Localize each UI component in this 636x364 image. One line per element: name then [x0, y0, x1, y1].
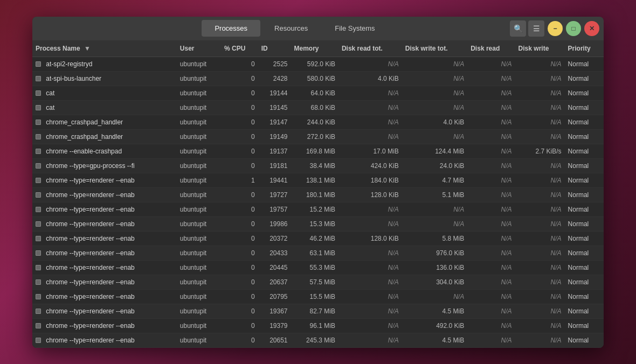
right-controls: 🔍 ☰ − □ ✕: [510, 20, 599, 37]
cell-priority: Normal: [565, 71, 604, 86]
cell-cpu: 0: [221, 275, 258, 289]
cell-disk-read: N/A: [467, 86, 515, 100]
col-priority[interactable]: Priority: [565, 40, 604, 57]
close-button[interactable]: ✕: [584, 21, 599, 36]
cell-disk-write: N/A: [515, 333, 565, 347]
cell-process-name: chrome --type=renderer --enab: [32, 318, 177, 333]
search-button[interactable]: 🔍: [510, 20, 526, 37]
menu-button[interactable]: ☰: [528, 20, 544, 37]
cell-id: 2525: [258, 57, 291, 71]
process-icon: [36, 61, 41, 67]
cell-user: ubuntupit: [177, 275, 221, 289]
cell-id: 19137: [258, 144, 291, 158]
table-row[interactable]: chrome --type=renderer --enab ubuntupit …: [32, 260, 604, 275]
table-row[interactable]: at-spi2-registryd ubuntupit 0 2525 592.0…: [32, 57, 604, 71]
cell-user: ubuntupit: [177, 231, 221, 246]
tab-file-systems[interactable]: File Systems: [322, 20, 388, 37]
cell-user: ubuntupit: [177, 202, 221, 216]
cell-user: ubuntupit: [177, 246, 221, 260]
cell-id: 20795: [258, 289, 291, 304]
cell-disk-read: N/A: [467, 304, 515, 318]
table-row[interactable]: chrome --type=renderer --enab ubuntupit …: [32, 246, 604, 260]
cell-process-name: chrome --type=renderer --enab: [32, 173, 177, 187]
cell-id: 19144: [258, 86, 291, 100]
table-row[interactable]: chrome --type=renderer --enab ubuntupit …: [32, 333, 604, 347]
process-table-container[interactable]: Process Name ▼ User % CPU ID Memory Disk…: [32, 40, 604, 348]
table-row[interactable]: chrome --type=gpu-process --fi ubuntupit…: [32, 158, 604, 173]
cell-user: ubuntupit: [177, 304, 221, 318]
col-memory[interactable]: Memory: [291, 40, 338, 57]
col-disk-read-tot[interactable]: Disk read tot.: [338, 40, 402, 57]
table-row[interactable]: chrome --enable-crashpad ubuntupit 0 191…: [32, 144, 604, 158]
cell-user: ubuntupit: [177, 260, 221, 275]
cell-priority: Normal: [565, 202, 604, 216]
cell-id: 19727: [258, 187, 291, 202]
cell-disk-read-tot: N/A: [338, 115, 402, 129]
cell-user: ubuntupit: [177, 129, 221, 144]
process-icon: [36, 105, 41, 110]
cell-disk-read: N/A: [467, 246, 515, 260]
cell-priority: Normal: [565, 275, 604, 289]
table-row[interactable]: chrome --type=renderer --enab ubuntupit …: [32, 216, 604, 231]
cell-process-name: chrome_crashpad_handler: [32, 115, 177, 129]
col-disk-write-tot[interactable]: Disk write tot.: [402, 40, 467, 57]
cell-disk-read: N/A: [467, 275, 515, 289]
table-row[interactable]: chrome --type=renderer --enab ubuntupit …: [32, 289, 604, 304]
titlebar: Processes Resources File Systems 🔍 ☰ − □…: [32, 17, 604, 40]
cell-id: 19147: [258, 115, 291, 129]
col-id[interactable]: ID: [258, 40, 291, 57]
table-row[interactable]: chrome --type=renderer --enab ubuntupit …: [32, 318, 604, 333]
cell-memory: 245.3 MiB: [291, 333, 338, 347]
cell-process-name: cat: [32, 100, 177, 115]
col-user[interactable]: User: [177, 40, 221, 57]
table-row[interactable]: chrome --type=renderer --enab ubuntupit …: [32, 173, 604, 187]
cell-id: 20433: [258, 246, 291, 260]
table-row[interactable]: cat ubuntupit 0 19144 64.0 KiB N/A N/A N…: [32, 86, 604, 100]
cell-disk-write-tot: N/A: [402, 100, 467, 115]
cell-memory: 138.1 MiB: [291, 173, 338, 187]
minimize-button[interactable]: −: [548, 21, 563, 36]
cell-disk-write: N/A: [515, 129, 565, 144]
table-row[interactable]: chrome --type=renderer --enab ubuntupit …: [32, 275, 604, 289]
cell-id: 19367: [258, 304, 291, 318]
cell-cpu: 1: [221, 173, 258, 187]
cell-cpu: 0: [221, 86, 258, 100]
cell-id: 19145: [258, 100, 291, 115]
cell-memory: 180.1 MiB: [291, 187, 338, 202]
table-row[interactable]: chrome_crashpad_handler ubuntupit 0 1914…: [32, 129, 604, 144]
cell-disk-read: N/A: [467, 158, 515, 173]
table-row[interactable]: at-spi-bus-launcher ubuntupit 0 2428 580…: [32, 71, 604, 86]
cell-disk-write-tot: 492.0 KiB: [402, 318, 467, 333]
col-disk-read[interactable]: Disk read: [467, 40, 515, 57]
table-row[interactable]: cat ubuntupit 0 19145 68.0 KiB N/A N/A N…: [32, 100, 604, 115]
tab-resources[interactable]: Resources: [261, 20, 321, 37]
tab-processes[interactable]: Processes: [202, 20, 260, 37]
col-process-name[interactable]: Process Name ▼: [32, 40, 177, 57]
table-row[interactable]: chrome --type=renderer --enab ubuntupit …: [32, 202, 604, 216]
process-icon: [36, 207, 41, 212]
table-row[interactable]: chrome --type=renderer --enab ubuntupit …: [32, 187, 604, 202]
cell-disk-write-tot: N/A: [402, 129, 467, 144]
cell-disk-write: N/A: [515, 173, 565, 187]
cell-disk-write: N/A: [515, 100, 565, 115]
process-table: Process Name ▼ User % CPU ID Memory Disk…: [32, 40, 604, 348]
table-row[interactable]: chrome --type=renderer --enab ubuntupit …: [32, 304, 604, 318]
cell-disk-read: N/A: [467, 144, 515, 158]
process-icon: [36, 250, 41, 256]
cell-memory: 68.0 KiB: [291, 100, 338, 115]
cell-disk-read-tot: N/A: [338, 57, 402, 71]
table-row[interactable]: chrome --type=renderer --enab ubuntupit …: [32, 231, 604, 246]
cell-cpu: 0: [221, 144, 258, 158]
cell-user: ubuntupit: [177, 173, 221, 187]
table-row[interactable]: chrome_crashpad_handler ubuntupit 0 1914…: [32, 115, 604, 129]
cell-disk-write: N/A: [515, 289, 565, 304]
process-icon: [36, 338, 41, 343]
cell-disk-read: N/A: [467, 187, 515, 202]
process-table-body: at-spi2-registryd ubuntupit 0 2525 592.0…: [32, 57, 604, 347]
cell-cpu: 0: [221, 231, 258, 246]
col-disk-write[interactable]: Disk write: [515, 40, 565, 57]
cell-priority: Normal: [565, 115, 604, 129]
maximize-button[interactable]: □: [566, 21, 581, 36]
process-icon: [36, 309, 41, 314]
col-cpu[interactable]: % CPU: [221, 40, 258, 57]
